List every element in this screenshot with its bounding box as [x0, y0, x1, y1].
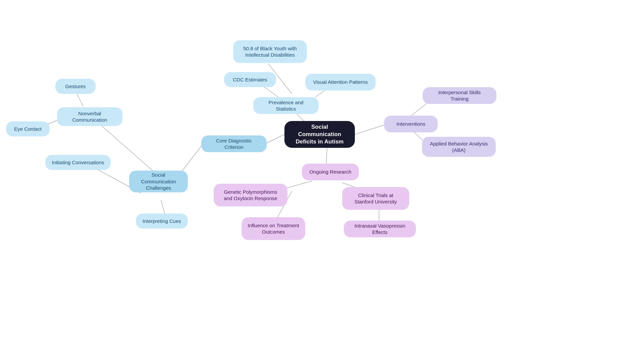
intranasal-node[interactable]: Intranasal Vasopressin Effects	[344, 221, 416, 237]
genetic-node[interactable]: Genetic Polymorphisms and Oxytocin Respo…	[214, 184, 287, 206]
cdc-estimates-node[interactable]: CDC Estimates	[224, 72, 276, 87]
interpreting-cues-node[interactable]: Interpreting Cues	[136, 214, 188, 229]
gestures-node[interactable]: Gestures	[55, 79, 96, 94]
initiating-node[interactable]: Initiating Conversations	[45, 155, 111, 170]
interventions-node[interactable]: Interventions	[384, 116, 438, 132]
visual-attention-node[interactable]: Visual Attention Patterns	[305, 74, 376, 90]
core-diagnostic-node[interactable]: Core Diagnostic Criterion	[201, 135, 267, 152]
svg-line-0	[267, 134, 284, 143]
clinical-trials-node[interactable]: Clinical Trials at Stanford University	[342, 187, 409, 210]
nonverbal-node[interactable]: Nonverbal Communication	[57, 107, 122, 126]
influence-node[interactable]: Influence on Treatment Outcomes	[241, 217, 305, 240]
ongoing-research-node[interactable]: Ongoing Research	[302, 164, 359, 180]
eye-contact-node[interactable]: Eye Contact	[6, 121, 50, 136]
aba-node[interactable]: Applied Behavior Analysis (ABA)	[422, 137, 496, 157]
social-comm-node[interactable]: Social Communication Challenges	[129, 171, 188, 192]
prevalence-node[interactable]: Prevalence and Statistics	[253, 97, 319, 114]
black-youth-node[interactable]: 50.8 of Black Youth with Intellectual Di…	[233, 40, 307, 63]
interpersonal-node[interactable]: Interpersonal Skills Training	[423, 87, 496, 104]
center-node[interactable]: Social Communication Deficits in Autism	[284, 121, 355, 148]
